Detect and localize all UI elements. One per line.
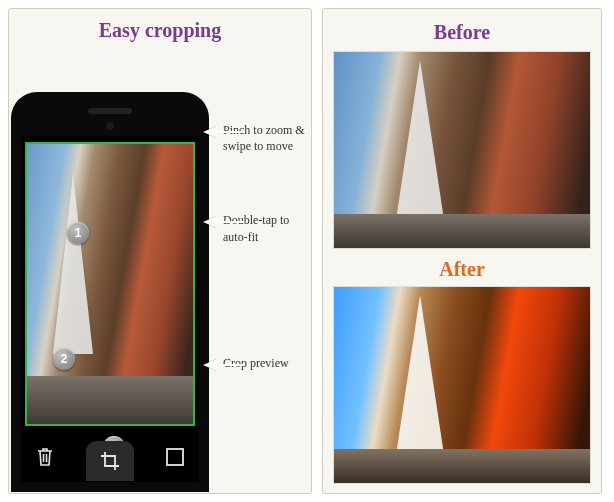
arrow-left-icon — [203, 126, 217, 138]
arrow-left-icon — [203, 216, 217, 228]
building-graphic — [53, 174, 93, 354]
street-graphic — [334, 214, 590, 248]
panel-title: Easy cropping — [17, 19, 303, 42]
after-image — [334, 287, 590, 483]
trash-icon[interactable] — [31, 443, 59, 471]
callout-text: Double-tap to auto-fit — [223, 213, 289, 243]
callout-list: Pinch to zoom & swipe to move Double-tap… — [217, 122, 315, 371]
step-badge-2: 2 — [53, 348, 75, 370]
before-after-panel: Before After — [322, 8, 602, 494]
callout-text: Crop preview — [223, 356, 289, 370]
street-graphic — [27, 376, 193, 424]
street-graphic — [334, 449, 590, 483]
phone-frame: 1 2 3 — [11, 92, 209, 492]
crop-toolbar — [21, 432, 199, 482]
step-badge-1: 1 — [67, 222, 89, 244]
before-image — [334, 52, 590, 248]
callout-text: Pinch to zoom & swipe to move — [223, 123, 305, 153]
callout-autofit: Double-tap to auto-fit — [217, 212, 315, 244]
svg-rect-0 — [167, 449, 183, 465]
easy-cropping-panel: Easy cropping 1 2 3 — [8, 8, 312, 494]
before-label: Before — [434, 21, 490, 44]
crop-icon[interactable] — [86, 441, 134, 481]
building-graphic — [396, 60, 444, 220]
crop-viewport[interactable] — [25, 142, 195, 426]
phone-illustration: 1 2 3 — [17, 50, 303, 480]
arrow-left-icon — [203, 359, 217, 371]
phone-screen[interactable]: 1 2 3 — [21, 136, 199, 482]
callout-preview: Crop preview — [217, 355, 315, 371]
building-graphic — [396, 295, 444, 455]
callout-zoom: Pinch to zoom & swipe to move — [217, 122, 315, 154]
after-label: After — [439, 258, 485, 281]
square-format-icon[interactable] — [161, 443, 189, 471]
